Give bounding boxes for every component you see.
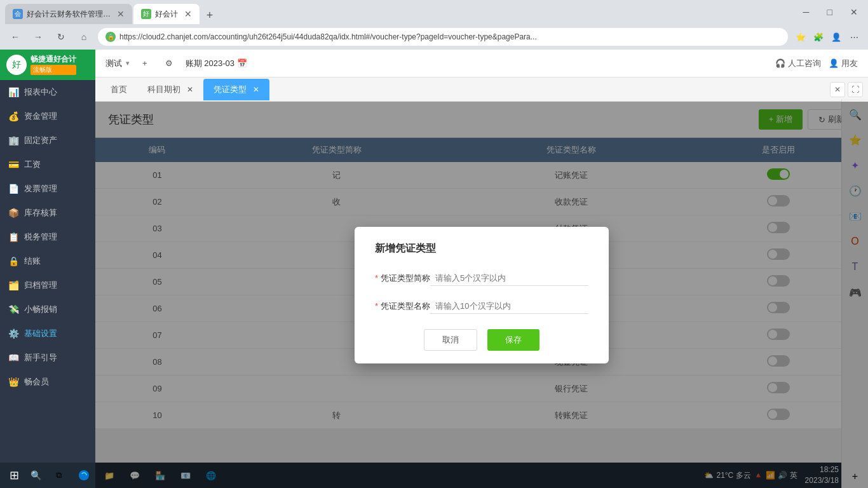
taskbar-task-view[interactable]: ⧉ <box>48 465 69 485</box>
payroll-icon: 💳 <box>8 159 19 170</box>
address-bar[interactable]: 🔒 https://cloud2.chanjet.com/accounting/… <box>98 28 788 46</box>
sidebar-label-member: 畅会员 <box>24 376 49 388</box>
security-icon: 🔒 <box>105 32 116 42</box>
start-button[interactable]: ⊞ <box>4 465 24 485</box>
taskbar-edge[interactable] <box>74 465 94 485</box>
tab-close-1[interactable]: ✕ <box>117 9 125 19</box>
logo-icon: 好 <box>6 55 27 75</box>
sidebar-item-archive[interactable]: 🗂️ 归档管理 <box>0 273 95 297</box>
sidebar-label-invoices: 发票管理 <box>24 183 57 194</box>
browser-tab-1[interactable]: 会 好会计云财务软件管理系统_会计 ✕ <box>5 4 132 24</box>
favorites-button[interactable]: ⭐ <box>793 29 808 44</box>
profile-button[interactable]: 👤 <box>829 29 844 44</box>
new-tab-button[interactable]: + <box>201 6 219 24</box>
extensions-button[interactable]: 🧩 <box>811 29 826 44</box>
funds-icon: 💰 <box>8 111 19 121</box>
sidebar-menu: 📊 报表中心 💰 资金管理 🏢 固定资产 💳 工资 📄 发票管理 📦 库 <box>0 80 95 466</box>
tab-accounts-label: 科目期初 <box>147 84 180 95</box>
browser-tab-2[interactable]: 好 好会计 ✕ <box>133 4 200 24</box>
tax-icon: 📋 <box>8 232 19 242</box>
back-button[interactable]: ← <box>6 28 24 46</box>
forward-button[interactable]: → <box>29 28 47 46</box>
minimize-panel-button[interactable]: ✕ <box>830 82 845 97</box>
save-button[interactable]: 保存 <box>487 329 539 351</box>
sidebar-label-funds: 资金管理 <box>24 111 57 122</box>
settings-gear-button[interactable]: ⚙ <box>160 56 178 71</box>
tab-home[interactable]: 首页 <box>100 79 137 100</box>
required-mark-1: * <box>375 273 378 283</box>
member-icon: 👑 <box>8 377 19 387</box>
sidebar-item-payroll[interactable]: 💳 工资 <box>0 152 95 177</box>
sidebar-logo: 好 畅捷通好合计 流畅版 <box>0 50 95 80</box>
refresh-button[interactable]: ↻ <box>52 28 70 46</box>
main-content: 测试 ▾ + ⚙ 账期 2023-03 📅 🎧 人工咨询 👤 用友 首页 <box>95 50 868 488</box>
user-info[interactable]: 👤 用友 <box>829 58 858 69</box>
short-name-field: * 凭证类型简称 <box>375 271 588 286</box>
user-avatar-icon: 👤 <box>829 58 839 68</box>
tab-voucher-close[interactable]: ✕ <box>253 85 259 94</box>
add-voucher-modal: 新增凭证类型 * 凭证类型简称 * 凭证类型名称 取消 保存 <box>355 227 609 363</box>
sidebar-item-reports[interactable]: 📊 报表中心 <box>0 80 95 104</box>
more-button[interactable]: ⋯ <box>846 29 862 44</box>
period-text: 账期 2023-03 <box>186 58 234 69</box>
close-accounts-icon: 🔒 <box>8 256 19 266</box>
sidebar-item-inventory[interactable]: 📦 库存核算 <box>0 201 95 225</box>
sidebar-label-tax: 税务管理 <box>24 231 57 243</box>
content-tabs: 首页 科目期初 ✕ 凭证类型 ✕ ✕ ⛶ <box>95 78 868 102</box>
tab-title-2: 好会计 <box>155 9 178 20</box>
tab-accounts[interactable]: 科目期初 ✕ <box>137 79 203 100</box>
maximize-panel-button[interactable]: ⛶ <box>848 82 863 97</box>
sidebar-item-assets[interactable]: 🏢 固定资产 <box>0 128 95 152</box>
add-workspace-button[interactable]: + <box>137 56 153 71</box>
expense-icon: 💸 <box>8 304 19 315</box>
sidebar-item-tax[interactable]: 📋 税务管理 <box>0 225 95 249</box>
short-name-input[interactable] <box>430 271 588 286</box>
sidebar-label-expense: 小畅报销 <box>24 304 57 315</box>
tab-voucher-type[interactable]: 凭证类型 ✕ <box>203 79 269 100</box>
address-text: https://cloud2.chanjet.com/accounting/uh… <box>119 32 780 41</box>
left-sidebar: 好 畅捷通好合计 流畅版 📊 报表中心 💰 资金管理 🏢 固定资产 💳 工资 <box>0 50 95 488</box>
period-info: 账期 2023-03 📅 <box>186 58 247 69</box>
sidebar-item-member[interactable]: 👑 畅会员 <box>0 370 95 394</box>
sidebar-label-assets: 固定资产 <box>24 135 57 146</box>
full-name-label: 凭证类型名称 <box>381 301 430 312</box>
tab-accounts-close[interactable]: ✕ <box>187 85 193 94</box>
tab-close-2[interactable]: ✕ <box>184 9 192 19</box>
page-content: 凭证类型 + 新增 ↻ 刷新 编码 凭证类型简称 凭证类型名称 是否启用 <box>95 102 868 488</box>
modal-title: 新增凭证类型 <box>375 242 588 255</box>
sidebar-item-guide[interactable]: 📖 新手引导 <box>0 346 95 370</box>
tab-home-label: 首页 <box>111 84 127 95</box>
settings-icon: ⚙️ <box>8 329 19 339</box>
sidebar-item-settings[interactable]: ⚙️ 基础设置 <box>0 322 95 346</box>
username: 用友 <box>841 58 858 69</box>
calendar-icon: 📅 <box>237 58 247 68</box>
sidebar-item-close[interactable]: 🔒 结账 <box>0 249 95 273</box>
logo-text: 畅捷通好合计 <box>31 55 76 65</box>
sidebar-label-settings: 基础设置 <box>24 328 57 339</box>
tab-voucher-label: 凭证类型 <box>214 84 247 95</box>
cancel-button[interactable]: 取消 <box>424 329 477 351</box>
assets-icon: 🏢 <box>8 135 19 146</box>
archive-icon: 🗂️ <box>8 280 19 290</box>
full-name-input[interactable] <box>430 299 588 314</box>
tab-favicon-2: 好 <box>141 9 151 19</box>
close-button[interactable]: ✕ <box>845 4 863 20</box>
invoices-icon: 📄 <box>8 184 19 194</box>
full-name-field: * 凭证类型名称 <box>375 299 588 314</box>
inventory-icon: 📦 <box>8 208 19 218</box>
sidebar-item-invoices[interactable]: 📄 发票管理 <box>0 177 95 201</box>
logo-badge: 流畅版 <box>31 65 76 75</box>
tab-expand-controls: ✕ ⛶ <box>830 82 863 97</box>
maximize-button[interactable]: □ <box>822 4 837 20</box>
home-button[interactable]: ⌂ <box>75 28 93 46</box>
taskbar-search-button[interactable]: 🔍 <box>27 466 44 484</box>
top-bar: 测试 ▾ + ⚙ 账期 2023-03 📅 🎧 人工咨询 👤 用友 <box>95 50 868 78</box>
modal-overlay: 新增凭证类型 * 凭证类型简称 * 凭证类型名称 取消 保存 <box>95 102 868 488</box>
sidebar-item-expense[interactable]: 💸 小畅报销 <box>0 297 95 322</box>
minimize-button[interactable]: ─ <box>798 4 815 20</box>
sidebar-item-funds[interactable]: 💰 资金管理 <box>0 104 95 128</box>
workspace-selector[interactable]: 测试 ▾ <box>105 58 130 69</box>
tab-title-1: 好会计云财务软件管理系统_会计 <box>27 9 111 20</box>
help-button[interactable]: 🎧 人工咨询 <box>775 58 821 69</box>
modal-actions: 取消 保存 <box>375 329 588 351</box>
